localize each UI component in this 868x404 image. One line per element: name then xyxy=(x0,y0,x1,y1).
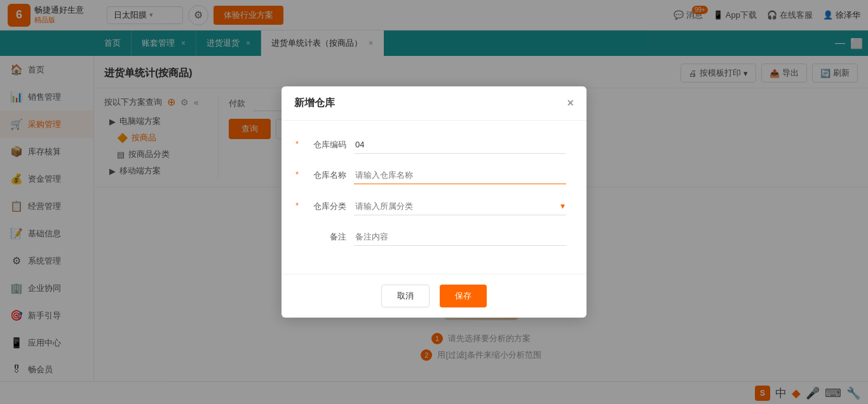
chevron-down-icon: ▾ xyxy=(560,201,565,211)
code-label: 仓库编码 xyxy=(302,139,346,151)
form-row-code: 仓库编码 xyxy=(302,136,566,154)
note-input[interactable] xyxy=(354,228,566,246)
cancel-button[interactable]: 取消 xyxy=(381,285,430,307)
form-row-category: 仓库分类 ▾ xyxy=(302,197,566,215)
modal-footer: 取消 保存 xyxy=(281,274,587,318)
warehouse-code-input[interactable] xyxy=(354,136,566,154)
name-label: 仓库名称 xyxy=(302,170,346,181)
category-select[interactable]: ▾ xyxy=(354,197,566,215)
category-input[interactable] xyxy=(355,201,560,211)
modal-header: 新增仓库 × xyxy=(281,86,587,121)
note-label: 备注 xyxy=(302,231,346,243)
modal-body: 仓库编码 仓库名称 仓库分类 ▾ 备注 xyxy=(281,121,587,274)
close-icon[interactable]: × xyxy=(567,97,574,110)
form-row-note: 备注 xyxy=(302,228,566,246)
form-row-name: 仓库名称 xyxy=(302,166,566,184)
modal-title: 新增仓库 xyxy=(294,97,335,110)
category-label: 仓库分类 xyxy=(302,201,346,212)
new-warehouse-modal: 新增仓库 × 仓库编码 仓库名称 仓库分类 ▾ xyxy=(281,86,587,318)
modal-overlay[interactable]: 新增仓库 × 仓库编码 仓库名称 仓库分类 ▾ xyxy=(0,0,868,404)
warehouse-name-input[interactable] xyxy=(354,166,566,184)
save-button[interactable]: 保存 xyxy=(440,285,487,307)
